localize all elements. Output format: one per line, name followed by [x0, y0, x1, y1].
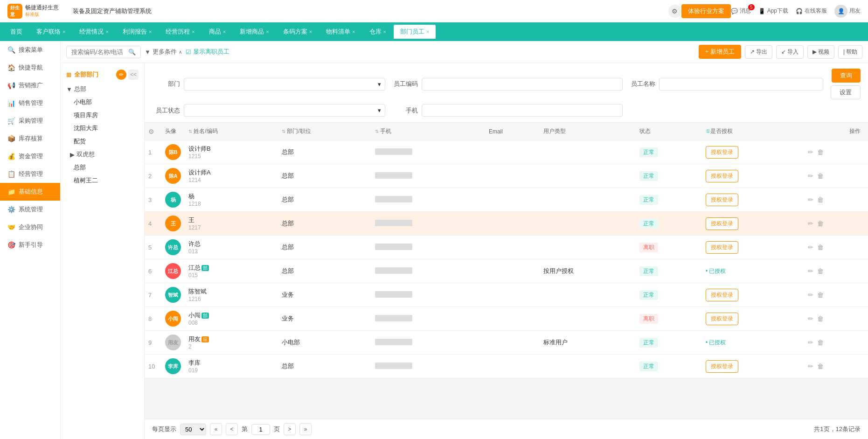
- tree-node-xiangmu[interactable]: 项目库房: [61, 109, 144, 122]
- sort-icon[interactable]: ⇅: [188, 129, 192, 134]
- tree-node-shenyang[interactable]: 沈阳大库: [61, 122, 144, 135]
- tab-barcode[interactable]: 条码方案 ×: [277, 25, 319, 39]
- auth-login-btn[interactable]: 授权登录: [706, 289, 738, 301]
- edit-icon[interactable]: ✏: [808, 267, 813, 275]
- edit-icon[interactable]: ✏: [808, 291, 813, 299]
- sidebar-item-marketing[interactable]: 📢 营销推广: [0, 77, 60, 94]
- tree-node-zhishu[interactable]: 植树王二: [61, 174, 144, 187]
- all-dept-btn[interactable]: ⊞ 全部部门: [66, 70, 98, 79]
- close-icon[interactable]: ×: [266, 29, 269, 35]
- edit-icon[interactable]: ✏: [808, 244, 813, 251]
- auth-login-btn[interactable]: 授权登录: [706, 194, 738, 206]
- auth-login-btn[interactable]: 授权登录: [706, 146, 738, 159]
- tab-dept-employee[interactable]: 部门员工 ×: [394, 25, 436, 39]
- service-area[interactable]: 🎧 在线客服: [796, 7, 827, 15]
- collapse-panel-btn[interactable]: <<: [128, 70, 139, 80]
- delete-icon[interactable]: 🗑: [817, 315, 824, 322]
- delete-icon[interactable]: 🗑: [817, 220, 824, 227]
- auth-login-btn[interactable]: 授权登录: [706, 360, 738, 373]
- delete-icon[interactable]: 🗑: [817, 172, 824, 180]
- show-resigned-toggle[interactable]: ☑ 显示离职员工: [186, 48, 229, 56]
- phone-input[interactable]: [422, 104, 623, 117]
- delete-icon[interactable]: 🗑: [817, 244, 824, 251]
- close-icon[interactable]: ×: [105, 29, 108, 35]
- sidebar-item-basic[interactable]: 📁 基础信息: [0, 183, 60, 201]
- edit-icon[interactable]: ✏: [808, 148, 813, 156]
- close-icon[interactable]: ×: [352, 29, 355, 35]
- close-icon[interactable]: ×: [309, 29, 312, 35]
- edit-icon[interactable]: ✏: [808, 362, 813, 370]
- sidebar-item-sales[interactable]: 📊 销售管理: [0, 94, 60, 112]
- close-icon[interactable]: ×: [223, 29, 226, 35]
- edit-icon[interactable]: ✏: [808, 339, 813, 346]
- edit-icon[interactable]: ✏: [808, 172, 813, 180]
- delete-icon[interactable]: 🗑: [817, 196, 824, 203]
- set-button[interactable]: 设置: [831, 85, 861, 99]
- delete-icon[interactable]: 🗑: [817, 148, 824, 156]
- first-page-btn[interactable]: «: [210, 423, 222, 435]
- delete-icon[interactable]: 🗑: [817, 339, 824, 346]
- close-icon[interactable]: ×: [149, 29, 152, 35]
- tab-home[interactable]: 首页: [4, 25, 29, 39]
- tree-node-zongbu-parent[interactable]: ▼ 总部: [61, 83, 144, 96]
- auth-login-btn[interactable]: 授权登录: [706, 241, 738, 254]
- import-button[interactable]: ↙ 导入: [776, 45, 804, 59]
- per-page-select[interactable]: 50 20 100: [180, 424, 206, 435]
- help-button[interactable]: | 帮助: [838, 45, 862, 59]
- tab-products[interactable]: 商品 ×: [202, 25, 232, 39]
- page-number-input[interactable]: [251, 424, 270, 435]
- sidebar-item-management[interactable]: 📋 经营管理: [0, 165, 60, 183]
- app-download-area[interactable]: 📱 App下载: [758, 7, 788, 15]
- export-button[interactable]: ↗ 导出: [745, 45, 772, 59]
- sidebar-item-nav[interactable]: 🏠 快捷导航: [0, 59, 60, 77]
- tab-operations[interactable]: 经营情况 ×: [73, 25, 115, 39]
- trial-button[interactable]: 体验行业方案: [681, 4, 731, 18]
- sort-icon[interactable]: ⇅: [282, 129, 285, 134]
- auth-login-btn[interactable]: 授权登录: [706, 313, 738, 325]
- emp-name-input[interactable]: [659, 78, 823, 91]
- settings-icon[interactable]: ⚙: [148, 128, 154, 135]
- view-button[interactable]: ▶ 视频: [807, 45, 834, 59]
- tab-bom[interactable]: 物料清单 ×: [319, 25, 361, 39]
- close-icon[interactable]: ×: [62, 29, 65, 35]
- emp-code-input[interactable]: [422, 78, 623, 91]
- sidebar-item-system[interactable]: ⚙️ 系统管理: [0, 201, 60, 218]
- add-employee-button[interactable]: + 新增员工: [699, 45, 741, 59]
- sidebar-item-guide[interactable]: 🎯 新手引导: [0, 236, 60, 254]
- delete-icon[interactable]: 🗑: [817, 267, 824, 275]
- sidebar-item-collab[interactable]: 🤝 企业协同: [0, 218, 60, 236]
- delete-icon[interactable]: 🗑: [817, 362, 824, 370]
- last-page-btn[interactable]: »: [299, 423, 312, 435]
- edit-icon[interactable]: ✏: [808, 220, 813, 227]
- search-icon-btn[interactable]: 🔍: [128, 49, 136, 56]
- prev-page-btn[interactable]: <: [226, 423, 238, 435]
- sidebar-item-inventory[interactable]: 📦 库存核算: [0, 130, 60, 147]
- search-input[interactable]: [71, 49, 126, 56]
- close-icon[interactable]: ×: [192, 29, 194, 35]
- sort-icon[interactable]: ⇅: [375, 129, 379, 134]
- close-icon[interactable]: ×: [383, 29, 386, 35]
- auth-login-btn[interactable]: 授权登录: [706, 217, 738, 230]
- tree-node-shuanghu[interactable]: ▶ 双虎想: [61, 148, 144, 161]
- tree-node-xiaodianbu[interactable]: 小电部: [61, 96, 144, 109]
- tree-node-peihuo[interactable]: 配货: [61, 135, 144, 148]
- search-button[interactable]: 查询: [832, 69, 861, 83]
- next-page-btn[interactable]: >: [284, 423, 296, 435]
- sidebar-item-purchase[interactable]: 🛒 采购管理: [0, 112, 60, 130]
- tab-profit[interactable]: 利润报告 ×: [116, 25, 158, 39]
- more-filter-btn[interactable]: ▼ 更多条件 ∧: [145, 48, 182, 56]
- tree-node-zongbu-child[interactable]: 总部: [61, 161, 144, 174]
- auth-login-btn[interactable]: 授权登录: [706, 170, 738, 182]
- dept-select[interactable]: ▾: [184, 78, 385, 91]
- delete-icon[interactable]: 🗑: [817, 291, 824, 299]
- tab-process[interactable]: 经营历程 ×: [159, 25, 201, 39]
- gear-icon[interactable]: ⚙: [668, 5, 681, 18]
- tab-warehouse[interactable]: 仓库 ×: [363, 25, 393, 39]
- edit-icon[interactable]: ✏: [808, 315, 813, 322]
- edit-icon[interactable]: ✏: [808, 196, 813, 203]
- close-icon[interactable]: ×: [426, 29, 429, 35]
- sidebar-item-finance[interactable]: 💰 资金管理: [0, 147, 60, 165]
- message-icon-area[interactable]: 💬 消息 5: [731, 7, 751, 15]
- sidebar-item-search[interactable]: 🔍 搜索菜单: [0, 41, 60, 59]
- tab-customer[interactable]: 客户联络 ×: [30, 25, 72, 39]
